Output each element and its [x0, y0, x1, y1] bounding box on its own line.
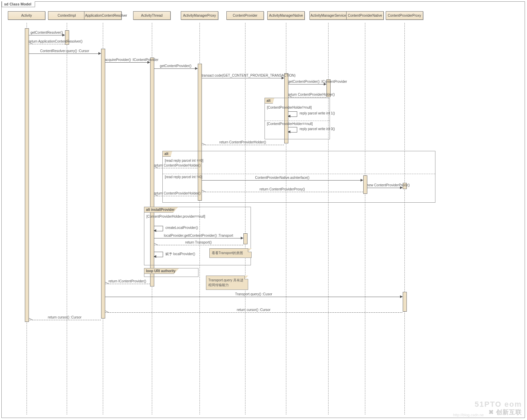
lifeline-activitymanagerproxy: ActivityManagerProxy: [181, 11, 218, 20]
lifeline-contentproviderproxy: ContentProviderProxy: [386, 11, 423, 20]
message-label: return ContentProviderHolder(): [288, 93, 326, 96]
lifeline-head: ApplicationContentResolver: [84, 11, 122, 20]
message-label: return IContentProvider(): [105, 279, 150, 283]
message: return ApplicationContentResolver(): [29, 41, 65, 45]
note: 看看Transport的类图: [209, 248, 252, 258]
message-label: getContentProvider(): [154, 64, 197, 68]
lifeline-head: ActivityManagerNative: [267, 11, 305, 20]
lifeline-activitythread: ActivityThread: [133, 11, 171, 20]
message-label: acquireProvider() :IContentProvider: [105, 58, 150, 62]
fragment-guard: [ContentProviderHolder.provider==null]: [146, 215, 205, 218]
watermark-brand-text: 创新互联: [496, 409, 522, 416]
watermark-top: 51PTO eom: [475, 400, 522, 409]
fragment-label: alt: [162, 151, 172, 157]
diagram-frame: sd Class Model ActivityContextImplApplic…: [1, 1, 525, 418]
note: Transport.query 具有进程间传输能力: [206, 276, 248, 290]
message: return cursor() :Cursor: [29, 316, 101, 321]
message-label: return ContentProviderProxy(): [202, 187, 363, 191]
message: return cursor() :Cursor: [105, 309, 402, 314]
message: ContentProviderNative.asInterface(): [202, 177, 363, 182]
lifeline-appcontentresolver: ApplicationContentResolver: [84, 11, 122, 20]
lifeline-head: ContextImpl: [48, 11, 85, 20]
message-label: return ApplicationContentResolver(): [29, 40, 65, 43]
lifeline-head: Activity: [8, 11, 45, 20]
lifeline-activitymanagernative: ActivityManagerNative: [267, 11, 305, 20]
message: new ContentProviderProxy(): [367, 184, 402, 189]
lifeline-head: ActivityManagerProxy: [181, 11, 218, 20]
message-label: getContentResolver(): [29, 31, 65, 34]
activation-bar: [25, 28, 29, 322]
fragment-alt: alt[ContentProviderHolder!=null][Content…: [265, 98, 330, 139]
message: getContentProvider(): [154, 65, 197, 70]
lifeline-head: ContentProviderNative: [346, 11, 384, 20]
watermark-url: http://blog.csdn.ne: [453, 413, 484, 417]
lifeline-contextimpl: ContextImpl: [48, 11, 85, 20]
message-label: ContentResolver.query() :Cursor: [29, 49, 101, 53]
message: return ContentProviderHolder(): [202, 141, 284, 146]
message: return ContentProviderHolder(): [288, 94, 326, 98]
fragment-label: loop URI authority: [144, 268, 179, 274]
message: acquireProvider() :IContentProvider: [105, 59, 150, 64]
message-label: 赋予 localProvider(): [165, 252, 195, 256]
fragment-label: alt: [265, 98, 274, 104]
message-label: return ContentProviderHolder(): [154, 191, 197, 195]
message: return IContentProvider(): [105, 280, 150, 285]
message-label: ContentProviderNative.asInterface(): [202, 176, 363, 180]
message-label: return cursor() :Cursor: [105, 308, 402, 312]
message: return ContentProviderProxy(): [202, 188, 363, 193]
lifeline-activitymanagerservice: ActivityManagerService: [309, 11, 347, 20]
message-label: new ContentProviderProxy(): [367, 183, 402, 187]
message-label: return ContentProviderHolder(): [154, 164, 197, 167]
diagram-title: sd Class Model: [2, 1, 35, 7]
message-label: return cursor() :Cursor: [29, 315, 101, 319]
lifeline-contentprovidernative: ContentProviderNative: [346, 11, 384, 20]
message: return Transport(): [154, 242, 243, 246]
lifeline-head: ActivityThread: [133, 11, 171, 20]
lifeline-head: ContentProviderProxy: [386, 11, 423, 20]
message: getContentProvider() :IContentProvider: [288, 81, 326, 85]
lifeline-contentprovider: ContentProvider: [226, 11, 264, 20]
fragment-guard: [ContentProviderHolder!=null]: [267, 106, 312, 109]
message-label: Transport.query() :Cusor: [105, 292, 402, 296]
activation-bar: [403, 292, 407, 312]
message: Transport.query() :Cusor: [105, 293, 402, 298]
fragment-guard: [ContentProviderHolder==null]: [267, 122, 313, 126]
watermark-brand: ✖ 创新互联: [489, 408, 522, 416]
activation-bar: [101, 49, 105, 318]
message: getContentResolver(): [29, 32, 65, 36]
message: ContentResolver.query() :Cursor: [29, 50, 101, 55]
fragment-label: alt installProvider: [144, 207, 178, 213]
fragment-loop: loop URI authority: [144, 268, 198, 277]
lifeline-head: ActivityManagerService: [309, 11, 347, 20]
diagram-canvas: ActivityContextImplApplicationContentRes…: [2, 8, 525, 418]
message-label: reply parcel write int 1(): [300, 111, 335, 115]
message-label: localProvider.getIContentProvider() :Tra…: [154, 234, 243, 237]
message-label: createLocalProvider(): [165, 226, 198, 230]
fragment-guard: [read reply parcel int ==0]: [165, 159, 203, 162]
message: return ContentProviderHolder(): [154, 165, 197, 169]
message-label: return Transport(): [154, 240, 243, 244]
message-label: reply parcel write int 0(): [300, 127, 335, 131]
lifeline-head: ContentProvider: [226, 11, 264, 20]
message: return ContentProviderHolder(): [154, 192, 197, 197]
message: transact code(GET_CONTENT_PROVIDER_TRANS…: [202, 75, 284, 79]
message-label: transact code(GET_CONTENT_PROVIDER_TRANS…: [202, 74, 284, 77]
message-label: return ContentProviderHolder(): [202, 140, 284, 144]
message-label: getContentProvider() :IContentProvider: [288, 80, 326, 83]
fragment-guard: [read reply parcel int !=0]: [165, 175, 202, 179]
lifeline-activity: Activity: [8, 11, 45, 20]
message: localProvider.getIContentProvider() :Tra…: [154, 235, 243, 239]
